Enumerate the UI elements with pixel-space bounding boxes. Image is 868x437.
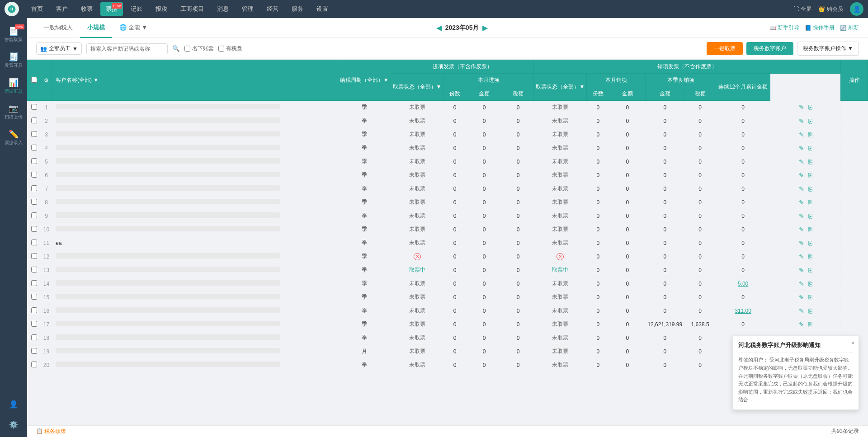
row-checkbox-cell[interactable]: [28, 318, 41, 331]
row-checkbox[interactable]: [31, 321, 37, 327]
row-checkbox[interactable]: [31, 348, 37, 354]
tax-digital-account-btn[interactable]: 税务数字账户: [746, 42, 793, 55]
cumulative-value[interactable]: 311.00: [735, 308, 751, 314]
copy-btn[interactable]: ⎘: [807, 253, 813, 260]
row-checkbox-cell[interactable]: [28, 223, 41, 236]
nav-bookkeeping[interactable]: 记账: [125, 2, 148, 16]
row-checkbox[interactable]: [31, 294, 37, 300]
row-checkbox[interactable]: [31, 267, 37, 273]
nav-business[interactable]: 工商项目: [175, 2, 209, 16]
row-checkbox-cell[interactable]: [28, 263, 41, 277]
row-checkbox-cell[interactable]: [28, 291, 41, 304]
edit-btn[interactable]: ✎: [797, 131, 806, 138]
sidebar-item-invoice-open[interactable]: 🧾 发票开具: [1, 48, 26, 72]
row-checkbox-cell[interactable]: [28, 277, 41, 291]
sidebar-item-user[interactable]: 👤: [1, 396, 26, 412]
sidebar-item-gear[interactable]: ⚙️: [1, 417, 26, 432]
nav-invoice[interactable]: 票据 new: [100, 2, 123, 16]
row-checkbox-cell[interactable]: [28, 209, 41, 223]
copy-btn[interactable]: ⎘: [807, 240, 813, 247]
member-btn[interactable]: 👑 购会员: [818, 5, 843, 13]
row-checkbox-cell[interactable]: [28, 114, 41, 128]
refresh-btn[interactable]: 🔄 刷新: [840, 24, 859, 32]
row-checkbox-cell[interactable]: [28, 155, 41, 169]
guide-link[interactable]: 📖 新手引导: [769, 24, 799, 32]
edit-btn[interactable]: ✎: [797, 280, 806, 287]
copy-btn[interactable]: ⎘: [807, 294, 813, 301]
th-tax-period[interactable]: 纳税周期（全部）▼: [338, 60, 391, 101]
checkbox-own-accounts[interactable]: 名下账套: [184, 45, 214, 52]
copy-btn[interactable]: ⎘: [807, 267, 813, 274]
nav-operation[interactable]: 经营: [261, 2, 284, 16]
sidebar-item-scan-upload[interactable]: 📷 扫描上传: [1, 100, 26, 123]
copy-btn[interactable]: ⎘: [807, 131, 813, 138]
copy-btn[interactable]: ⎘: [807, 212, 813, 220]
row-checkbox-cell[interactable]: [28, 182, 41, 196]
copy-btn[interactable]: ⎘: [807, 226, 813, 233]
edit-btn[interactable]: ✎: [797, 103, 806, 111]
search-button[interactable]: 🔍: [172, 45, 180, 52]
tax-policy-link[interactable]: 📋 税务政策: [36, 428, 66, 435]
tab-all[interactable]: 🌐 全能 ▼: [112, 18, 155, 38]
nav-home[interactable]: 首页: [26, 2, 48, 16]
th-out-status[interactable]: 取票状态（全部）▼: [534, 74, 587, 101]
tab-general-taxpayer[interactable]: 一般纳税人: [36, 18, 80, 38]
row-checkbox[interactable]: [31, 199, 37, 205]
row-checkbox-cell[interactable]: [28, 169, 41, 182]
copy-btn[interactable]: ⎘: [807, 185, 813, 193]
row-checkbox-cell[interactable]: [28, 250, 41, 263]
user-avatar[interactable]: 👤: [850, 2, 863, 16]
nav-message[interactable]: 消息: [212, 2, 234, 16]
checkbox-has-tax-device-input[interactable]: [218, 46, 224, 52]
date-next-btn[interactable]: ▶: [482, 23, 488, 32]
select-all-checkbox[interactable]: [31, 77, 37, 83]
copy-btn[interactable]: ⎘: [807, 307, 813, 315]
edit-btn[interactable]: ✎: [797, 199, 806, 206]
edit-btn[interactable]: ✎: [797, 226, 806, 233]
row-checkbox-cell[interactable]: [28, 101, 41, 114]
edit-btn[interactable]: ✎: [797, 253, 806, 260]
edit-btn[interactable]: ✎: [797, 158, 806, 165]
row-checkbox-cell[interactable]: [28, 358, 41, 372]
copy-btn[interactable]: ⎘: [807, 280, 813, 287]
row-checkbox[interactable]: [31, 362, 37, 367]
copy-btn[interactable]: ⎘: [807, 117, 813, 125]
row-checkbox-cell[interactable]: [28, 304, 41, 318]
copy-btn[interactable]: ⎘: [807, 199, 813, 206]
th-customer-name[interactable]: 客户名称(全部) ▼: [52, 60, 338, 101]
app-logo[interactable]: [5, 2, 19, 16]
row-checkbox[interactable]: [31, 334, 37, 340]
row-checkbox[interactable]: [31, 117, 37, 123]
edit-btn[interactable]: ✎: [797, 294, 806, 301]
copy-btn[interactable]: ⎘: [807, 145, 813, 152]
row-checkbox[interactable]: [31, 172, 37, 178]
th-checkbox[interactable]: [28, 60, 41, 101]
nav-service[interactable]: 服务: [286, 2, 309, 16]
checkbox-own-accounts-input[interactable]: [184, 46, 190, 52]
row-checkbox[interactable]: [31, 104, 37, 110]
row-checkbox[interactable]: [31, 212, 37, 218]
row-checkbox[interactable]: [31, 185, 37, 191]
th-in-status[interactable]: 取票状态（全部）▼: [391, 74, 443, 101]
cumulative-value[interactable]: 5.00: [738, 281, 748, 287]
row-checkbox[interactable]: [31, 145, 37, 150]
fullscreen-btn[interactable]: ⛶ 全屏: [793, 5, 811, 13]
tax-digital-ops-btn[interactable]: 税务数字账户操作 ▼: [797, 42, 859, 56]
copy-btn[interactable]: ⎘: [807, 158, 813, 165]
row-checkbox-cell[interactable]: [28, 128, 41, 141]
cumulative-cell[interactable]: 5.00: [716, 277, 770, 291]
sidebar-item-smart-ticket[interactable]: 📄 智能取票 new: [1, 23, 26, 46]
th-settings[interactable]: ⚙: [41, 60, 52, 101]
row-checkbox[interactable]: [31, 280, 37, 286]
employee-select[interactable]: 👥 全部员工 ▼: [36, 42, 82, 55]
nav-receive[interactable]: 收票: [75, 2, 98, 16]
row-checkbox[interactable]: [31, 131, 37, 137]
row-checkbox[interactable]: [31, 158, 37, 164]
date-prev-btn[interactable]: ◀: [436, 23, 442, 32]
customer-search-input[interactable]: [86, 43, 168, 54]
row-checkbox[interactable]: [31, 307, 37, 313]
copy-btn[interactable]: ⎘: [807, 103, 813, 111]
edit-btn[interactable]: ✎: [797, 307, 806, 315]
nav-tax[interactable]: 报税: [150, 2, 173, 16]
row-checkbox[interactable]: [31, 226, 37, 232]
